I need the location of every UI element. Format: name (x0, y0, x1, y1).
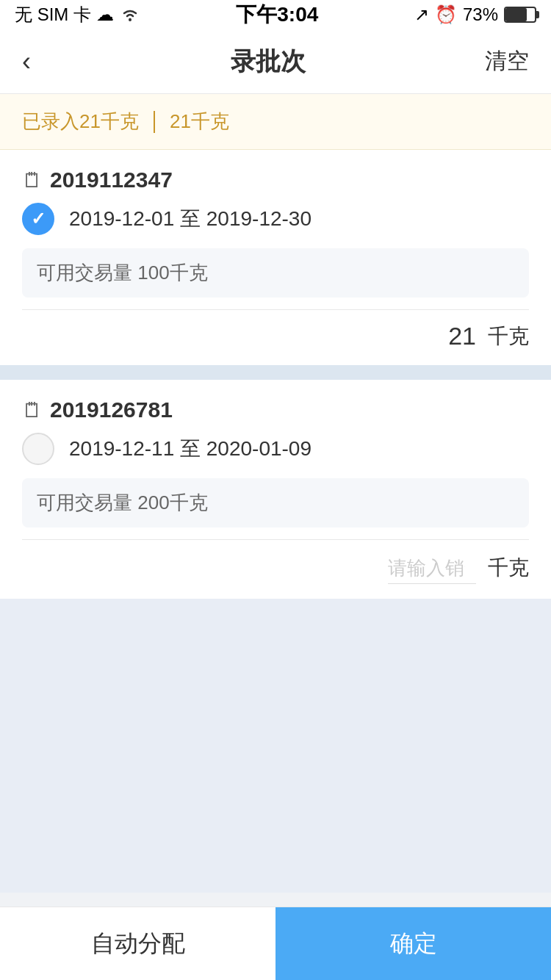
empty-area (0, 599, 551, 893)
batch2-unit: 千克 (488, 554, 529, 582)
batch1-id: 2019112347 (50, 167, 173, 192)
status-left: 无 SIM 卡 ☁ (15, 3, 140, 26)
content-area: 已录入21千克 21千克 🗒 2019112347 ✓ 2019-12-01 至… (0, 94, 551, 966)
nav-bar: ‹ 录批次 清空 (0, 29, 551, 94)
svg-point-0 (129, 18, 132, 21)
auto-distribute-button[interactable]: 自动分配 (0, 907, 276, 980)
status-time: 下午3:04 (236, 1, 318, 29)
alarm-icon: ⏰ (435, 4, 457, 25)
location-icon: ↗ (414, 4, 429, 25)
batch1-checkmark: ✓ (31, 209, 46, 229)
banner-amount: 21千克 (170, 109, 229, 134)
batch2-row: 2019-12-11 至 2020-01-09 (0, 428, 551, 472)
battery-percent: 73% (463, 4, 498, 25)
status-bar: 无 SIM 卡 ☁ 下午3:04 ↗ ⏰ 73% (0, 0, 551, 29)
banner-divider (154, 111, 155, 133)
batch1-quantity: 21 (448, 322, 476, 350)
status-right: ↗ ⏰ 73% (414, 4, 536, 25)
batch2-quantity-row: 千克 (0, 540, 551, 599)
batch1-icon: 🗒 (22, 168, 43, 192)
batch1-unit: 千克 (488, 323, 529, 350)
batch2-date: 2019-12-11 至 2020-01-09 (69, 435, 311, 463)
recorded-label: 已录入21千克 (22, 109, 139, 134)
back-button[interactable]: ‹ (22, 46, 66, 77)
batch2-icon: 🗒 (22, 398, 43, 422)
section-divider (0, 365, 551, 380)
battery-icon (504, 7, 536, 23)
batch-item-1: 🗒 2019112347 ✓ 2019-12-01 至 2019-12-30 可… (0, 150, 551, 365)
batch1-row: ✓ 2019-12-01 至 2019-12-30 (0, 198, 551, 242)
sim-label: 无 SIM 卡 ☁ (15, 3, 114, 26)
page-title: 录批次 (66, 45, 470, 79)
clear-button[interactable]: 清空 (470, 46, 529, 76)
batch2-radio[interactable] (22, 433, 54, 465)
batch2-quantity-input[interactable] (388, 552, 476, 584)
batch1-header: 🗒 2019112347 (0, 150, 551, 198)
bottom-bar: 自动分配 确定 (0, 907, 551, 980)
wifi-icon (120, 7, 140, 22)
batch1-quantity-row: 21 千克 (0, 310, 551, 365)
batch2-header: 🗒 2019126781 (0, 380, 551, 428)
batch2-avail: 可用交易量 200千克 (22, 478, 529, 527)
batch1-avail: 可用交易量 100千克 (22, 248, 529, 298)
batch-item-2: 🗒 2019126781 2019-12-11 至 2020-01-09 可用交… (0, 380, 551, 599)
batch2-id: 2019126781 (50, 397, 173, 422)
batch1-radio[interactable]: ✓ (22, 203, 54, 235)
confirm-button[interactable]: 确定 (276, 907, 551, 980)
info-banner: 已录入21千克 21千克 (0, 94, 551, 150)
batch1-date: 2019-12-01 至 2019-12-30 (69, 205, 311, 233)
